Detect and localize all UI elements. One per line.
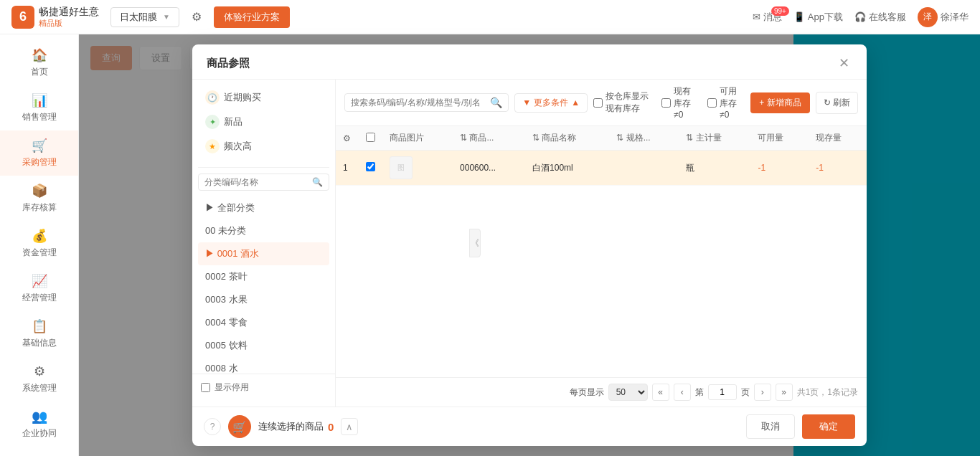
sidebar-item-operation[interactable]: 📈 经营管理 [0,266,78,311]
chk-warehouse-text: 按仓库显示现有库存 [606,90,653,115]
page-label: 第 [695,386,704,399]
basic-icon: 📋 [32,318,47,334]
modal-close-button[interactable]: ✕ [835,54,852,72]
category-list: ▶ 全部分类 00 未分类 ▶ 0001 酒水 0002 茶叶 0003 水果 … [192,196,335,374]
sidebar-item-purchase[interactable]: 🛒 采购管理 [0,130,78,176]
sidebar-label-home: 首页 [31,66,48,78]
chk-stock[interactable] [661,98,671,108]
sidebar-label-finance: 资金管理 [22,247,57,259]
freq-icon: ★ [205,139,220,153]
product-search-icon: 🔍 [490,97,502,108]
next-page-btn[interactable]: › [754,384,771,401]
table-row[interactable]: 1 图 000600... 白酒100ml 瓶 -1 -1 [336,151,867,186]
th-spec[interactable]: ⇅ 规格... [609,126,679,151]
main-layout: 🏠 首页 📊 销售管理 🛒 采购管理 📦 库存核算 💰 资金管理 📈 经营管理 … [0,34,980,456]
show-disabled-label[interactable]: 显示停用 [215,381,249,394]
trial-button[interactable]: 体验行业方案 [214,6,290,28]
sidebar-label-purchase: 采购管理 [22,156,57,168]
sidebar-item-basic[interactable]: 📋 基础信息 [0,311,78,356]
product-search-box[interactable]: 🔍 [344,93,509,112]
chk-available-text: 可用库存≠0 [720,85,745,120]
row-checkbox[interactable] [366,162,375,171]
cat-item-0001[interactable]: ▶ 0001 酒水 [198,242,329,265]
category-search-box[interactable]: 🔍 [198,174,329,191]
headset-icon: 🎧 [854,11,866,22]
cell-available: -1 [750,151,809,186]
cat-item-0008[interactable]: 0008 水 [198,357,329,374]
messages-btn[interactable]: ✉ 消息 99+ [753,11,782,24]
category-search-input[interactable] [204,177,312,187]
per-page-label: 每页显示 [570,386,604,399]
chk-available-label[interactable]: 可用库存≠0 [707,85,745,120]
home-icon: 🏠 [32,47,47,63]
chk-available[interactable] [707,98,717,108]
cell-check[interactable] [359,151,382,186]
selected-text: 连续选择的商品 [258,420,324,433]
th-unit[interactable]: ⇅ 主计量 [679,126,750,151]
modal-right-panel: 🔍 ▼ 更多条件 ▲ 按仓库显示现有库存 [336,80,867,407]
help-button[interactable]: ? [204,418,221,435]
cancel-button[interactable]: 取消 [746,414,795,439]
chk-warehouse-label[interactable]: 按仓库显示现有库存 [593,90,653,115]
sidebar-item-finance[interactable]: 💰 资金管理 [0,221,78,266]
chk-warehouse[interactable] [593,98,603,108]
sidebar-label-operation: 经营管理 [22,292,57,304]
settings-icon[interactable]: ⚙ [185,6,208,29]
user-name: 徐泽华 [941,11,969,24]
cat-item-all[interactable]: ▶ 全部分类 [198,196,329,219]
store-selector[interactable]: 日太阳膜 ▼ [110,7,179,27]
new-icon: ✦ [205,115,220,129]
cat-item-0003[interactable]: 0003 水果 [198,288,329,311]
last-page-btn[interactable]: » [776,384,793,401]
th-settings[interactable]: ⚙ [336,126,359,151]
page-input[interactable] [708,384,737,400]
cat-item-0004[interactable]: 0004 零食 [198,311,329,334]
collapse-footer-btn[interactable]: ∧ [341,418,358,435]
logo-icon: 6 [11,6,34,29]
sidebar-label-collab: 企业协同 [22,427,57,440]
th-name[interactable]: ⇅ 商品名称 [525,126,609,151]
divider [198,167,329,168]
per-page-select[interactable]: 20 50 100 [608,384,648,401]
refresh-button[interactable]: ↻ 刷新 [816,92,858,114]
show-disabled-checkbox[interactable] [201,383,210,392]
quick-item-new[interactable]: ✦ 新品 [198,110,329,134]
new-product-button[interactable]: + 新增商品 [750,92,809,113]
cart-icon[interactable]: 🛒 [228,415,251,438]
sidebar-label-basic: 基础信息 [22,337,57,349]
prev-page-btn[interactable]: ‹ [674,384,691,401]
sidebar-item-sales[interactable]: 📊 销售管理 [0,85,78,130]
quick-item-recent[interactable]: 🕐 近期购买 [198,85,329,110]
sidebar-item-home[interactable]: 🏠 首页 [0,40,78,85]
sidebar-item-guide[interactable]: 📖 新手引导 [0,447,78,456]
quick-item-freq[interactable]: ★ 频次高 [198,134,329,158]
brand-text: 畅捷通好生意 精品版 [39,5,99,29]
sidebar-item-system[interactable]: ⚙ 系统管理 [0,356,78,402]
modal-overlay: 商品参照 ✕ 🕐 近期购买 ✦ 新品 [79,34,980,456]
online-service-btn[interactable]: 🎧 在线客服 [854,11,906,24]
product-search-input[interactable] [351,98,490,108]
product-table: ⚙ 商品图片 ⇅ 商品... ⇅ 商品名称 ⇅ 规格... ⇅ 主计量 可用量 [336,126,867,186]
select-all-checkbox[interactable] [366,133,375,142]
total-info: 共1页，1条记录 [797,386,858,399]
user-area[interactable]: 泽 徐泽华 [918,7,969,27]
modal-footer: ? 🛒 连续选择的商品 0 ∧ 取消 确定 [192,407,867,446]
product-lookup-modal: 商品参照 ✕ 🕐 近期购买 ✦ 新品 [192,44,867,446]
quick-access-section: 🕐 近期购买 ✦ 新品 ★ 频次高 [192,85,335,164]
cat-item-0005[interactable]: 0005 饮料 [198,334,329,357]
chevron-down-icon: ▼ [163,13,170,21]
sidebar-item-inventory[interactable]: 📦 库存核算 [0,176,78,221]
first-page-btn[interactable]: « [652,384,669,401]
cat-item-0002[interactable]: 0002 茶叶 [198,265,329,288]
more-filter-button[interactable]: ▼ 更多条件 ▲ [514,93,588,113]
system-icon: ⚙ [34,364,45,379]
sidebar-item-collab[interactable]: 👥 企业协同 [0,402,78,447]
sales-icon: 📊 [32,92,47,108]
message-badge: 99+ [771,6,789,16]
chk-stock-label[interactable]: 现有库存≠0 [661,85,699,120]
th-code[interactable]: ⇅ 商品... [453,126,525,151]
confirm-button[interactable]: 确定 [802,414,855,439]
app-download-btn[interactable]: 📱 App下载 [793,11,843,24]
logo-area: 6 畅捷通好生意 精品版 [11,5,99,29]
cat-item-00[interactable]: 00 未分类 [198,219,329,242]
